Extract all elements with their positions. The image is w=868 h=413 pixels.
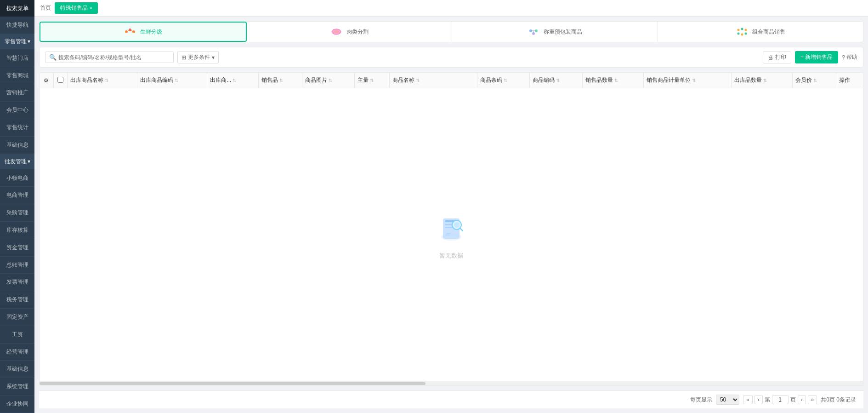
sidebar-item-purchase-mgmt[interactable]: 采购管理	[0, 204, 34, 222]
sidebar-item-basic-info2[interactable]: 基础信息	[0, 361, 34, 378]
print-button[interactable]: 🖨 打印	[763, 51, 791, 63]
table-container: ⚙ 出库商品名称 ⇅ 出库商	[39, 72, 863, 386]
select-all-checkbox[interactable]	[57, 77, 63, 83]
th-product-name[interactable]: 商品名称 ⇅	[390, 73, 477, 88]
sidebar-item-quick-nav[interactable]: 快捷导航	[0, 17, 34, 34]
search-box[interactable]: 🔍	[45, 52, 174, 63]
sidebar-logo[interactable]: 搜索菜单	[0, 0, 34, 17]
sidebar-item-invoice-mgmt[interactable]: 发票管理	[0, 274, 34, 291]
page-first-button[interactable]: «	[743, 395, 753, 404]
col-out-qty-label: 出库品数量	[734, 76, 762, 84]
th-sale-unit[interactable]: 销售商品计量单位 ⇅	[644, 73, 732, 88]
th-product-code[interactable]: 商品编码 ⇅	[530, 73, 582, 88]
col-product-code-label: 商品编码	[533, 76, 555, 84]
sort-icon: ⇅	[105, 78, 108, 83]
svg-point-12	[737, 29, 739, 31]
topbar-tab-label: 特殊销售品	[60, 4, 88, 12]
th-checkbox[interactable]	[53, 73, 67, 88]
th-out-product-spec[interactable]: 出库商... ⇅	[207, 73, 258, 88]
svg-point-24	[454, 222, 460, 228]
th-member-price[interactable]: 会员价 ⇅	[793, 73, 836, 88]
empty-text: 暂无数据	[439, 252, 463, 260]
col-product-name-label: 商品名称	[392, 76, 414, 84]
th-product-barcode[interactable]: 商品条码 ⇅	[477, 73, 530, 88]
sidebar-item-ecom-mgmt[interactable]: 电商管理	[0, 187, 34, 204]
col-out-product-code-label: 出库商品编码	[140, 76, 173, 84]
th-out-qty[interactable]: 出库品数量 ⇅	[731, 73, 792, 88]
sidebar-item-ops-mgmt[interactable]: 经营管理	[0, 344, 34, 361]
per-page-select[interactable]: 50 10 20 100	[716, 395, 739, 405]
th-out-product-name[interactable]: 出库商品名称 ⇅	[67, 73, 137, 88]
horizontal-scrollbar[interactable]	[40, 381, 863, 385]
th-product-image[interactable]: 商品图片 ⇅	[302, 73, 354, 88]
main-area: 首页 特殊销售品 × 生鲜分级	[34, 0, 868, 413]
th-settings[interactable]: ⚙	[40, 73, 53, 88]
sidebar: 搜索菜单 快捷导航 零售管理 ▾ 智慧门店 零售商城 营销推广 会员中心 零售统…	[0, 0, 34, 413]
sidebar-item-fixed-assets[interactable]: 固定资产	[0, 309, 34, 326]
sort-icon-9: ⇅	[556, 78, 560, 83]
sort-icon-6: ⇅	[370, 78, 374, 83]
tab-fresh-grade[interactable]: 生鲜分级	[40, 22, 247, 42]
sidebar-section-retail[interactable]: 零售管理 ▾	[0, 34, 34, 50]
svg-point-13	[741, 28, 743, 30]
fresh-icon	[124, 27, 136, 36]
col-out-product-name-label: 出库商品名称	[70, 76, 103, 84]
sort-icon-13: ⇅	[813, 78, 817, 83]
topbar-home[interactable]: 首页	[40, 4, 51, 12]
sidebar-item-smart-store[interactable]: 智慧门店	[0, 50, 34, 67]
sidebar-item-corp-agreement[interactable]: 企业协同	[0, 396, 34, 413]
scrollbar-thumb[interactable]	[40, 382, 425, 385]
sidebar-item-sys-mgmt[interactable]: 系统管理	[0, 378, 34, 396]
chevron-down-icon-2: ▾	[28, 158, 30, 165]
sidebar-item-sales-promo[interactable]: 营销推广	[0, 84, 34, 102]
page-prev-button[interactable]: ‹	[755, 395, 763, 404]
tab-meat-cut[interactable]: 肉类分割	[247, 22, 453, 42]
tab-combo-sale[interactable]: 组合商品销售	[658, 22, 863, 42]
empty-state: 暂无数据	[40, 88, 863, 381]
per-page-label: 每页显示	[690, 396, 712, 404]
add-button[interactable]: + 新增销售品	[795, 51, 838, 63]
sidebar-item-member-center[interactable]: 会员中心	[0, 102, 34, 119]
sidebar-item-inventory[interactable]: 库存核算	[0, 222, 34, 239]
sidebar-section-wholesale[interactable]: 批发管理 ▾	[0, 154, 34, 170]
th-sale-product[interactable]: 销售品 ⇅	[258, 73, 302, 88]
page-last-button[interactable]: »	[808, 395, 817, 404]
chevron-down-icon-filter: ▾	[212, 54, 215, 61]
sort-icon-4: ⇅	[279, 78, 283, 83]
scale-icon	[527, 27, 540, 36]
th-sale-qty[interactable]: 销售品数量 ⇅	[582, 73, 643, 88]
sidebar-logo-text: 搜索菜单	[6, 5, 28, 12]
table-head: ⚙ 出库商品名称 ⇅ 出库商	[40, 73, 863, 88]
th-weight[interactable]: 主量 ⇅	[355, 73, 390, 88]
page-next-button[interactable]: ›	[798, 395, 806, 404]
settings-icon[interactable]: ⚙	[44, 77, 49, 84]
page-unit: 页	[790, 396, 796, 404]
tab-weight-pack[interactable]: 称重预包装商品	[452, 22, 658, 42]
help-icon: ?	[842, 54, 845, 61]
topbar-active-tab[interactable]: 特殊销售品 ×	[55, 2, 98, 14]
sidebar-item-mini-ecom[interactable]: 小畅电商	[0, 170, 34, 187]
sidebar-item-label: 快捷导航	[6, 22, 28, 28]
sort-icon-11: ⇅	[692, 78, 696, 83]
col-weight-label: 主量	[357, 76, 369, 84]
close-icon[interactable]: ×	[90, 6, 92, 11]
svg-point-17	[744, 33, 747, 35]
sidebar-item-salary[interactable]: 工资	[0, 326, 34, 344]
sidebar-item-general-ledger[interactable]: 总账管理	[0, 257, 34, 274]
th-out-product-code[interactable]: 出库商品编码 ⇅	[137, 73, 207, 88]
sidebar-item-finance[interactable]: 资金管理	[0, 239, 34, 257]
sidebar-item-basic-info[interactable]: 基础信息	[0, 137, 34, 154]
col-sale-qty-label: 销售品数量	[585, 76, 613, 84]
help-button[interactable]: ? 帮助	[842, 53, 857, 61]
sidebar-item-retail-stats[interactable]: 零售统计	[0, 119, 34, 137]
svg-point-15	[737, 33, 739, 35]
filter-icon: ⊞	[182, 54, 186, 61]
search-input[interactable]	[58, 54, 169, 61]
sidebar-item-tax-mgmt[interactable]: 税务管理	[0, 291, 34, 309]
tab-combo-label: 组合商品销售	[752, 28, 785, 36]
sidebar-item-retail-mall[interactable]: 零售商城	[0, 67, 34, 85]
page-input[interactable]	[772, 395, 789, 404]
content-area: 生鲜分级 肉类分割	[34, 17, 868, 413]
col-sale-product-label: 销售品	[261, 76, 278, 84]
filter-button[interactable]: ⊞ 更多条件 ▾	[177, 51, 219, 63]
